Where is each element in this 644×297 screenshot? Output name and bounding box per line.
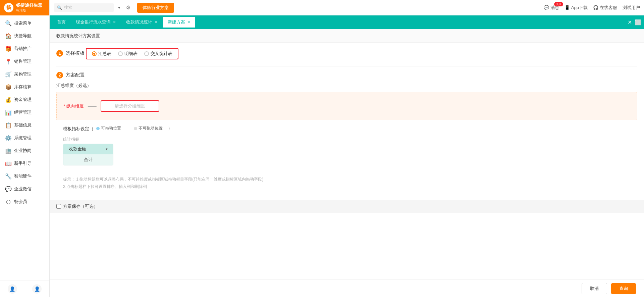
sidebar-nav: 🔍 搜索菜单 🏠 快捷导航 🎁 营销推广 📍 销售管理 🛒 采购管理 📦 库存核… (0, 15, 49, 281)
radio-dot-summary (92, 51, 97, 56)
user-name[interactable]: 测试用户 (623, 5, 640, 11)
sidebar-logo: 畅 畅捷通好生意 标准版 (0, 0, 49, 15)
sidebar-footer-avatar2[interactable]: 👤 (32, 284, 42, 294)
topbar-settings-icon[interactable]: ⚙ (124, 3, 132, 12)
topbar: 🔍 搜索 ▾ ⚙ 体验行业方案 💬 消息 99+ 📱 App下载 🎧 在线客服 … (50, 0, 644, 15)
cancel-button[interactable]: 取消 (582, 283, 607, 294)
sidebar-item-label: 销售管理 (14, 58, 32, 64)
sidebar-item-guide[interactable]: 📖 新手引导 (0, 157, 49, 170)
step1-label: 1 选择模板 (56, 50, 85, 57)
save-checkbox[interactable] (56, 204, 61, 209)
hardware-icon: 🔧 (5, 173, 11, 179)
topbar-dropdown[interactable]: ▾ (118, 5, 120, 10)
query-button[interactable]: 查询 (611, 283, 636, 294)
legend-fixed-label: 不可拖动位置 (139, 126, 163, 131)
sidebar-item-label: 畅会员 (14, 199, 27, 205)
topbar-search-icon: 🔍 (57, 5, 62, 10)
trial-button[interactable]: 体验行业方案 (137, 3, 174, 13)
topbar-search[interactable]: 🔍 搜索 (54, 3, 114, 12)
sidebar-item-label: 快捷导航 (14, 33, 32, 39)
stats-header[interactable]: 收款金额 ▾ (63, 144, 113, 154)
sidebar-item-basic[interactable]: 📋 基础信息 (0, 119, 49, 132)
step1-title: 选择模板 (66, 50, 85, 56)
stats-table-wrapper: 统计指标 收款金额 ▾ 合计 (63, 137, 631, 166)
page-title: 收款情况统计方案设置 (56, 33, 100, 38)
sidebar-item-marketing[interactable]: 🎁 营销推广 (0, 42, 49, 55)
sidebar-footer-avatar1[interactable]: 👤 (8, 284, 17, 294)
maximize-button[interactable]: ⬜ (635, 19, 641, 26)
page-header: 收款情况统计方案设置 (50, 29, 644, 43)
gift-icon: 🎁 (5, 46, 11, 52)
legend-draggable-label: 可拖动位置 (101, 126, 121, 131)
dimension-select-button[interactable]: 请选择分组维度 (101, 100, 159, 112)
sidebar-item-label: 智能硬件 (14, 173, 32, 179)
step1-section: 1 选择模板 汇总表 明细表 交叉统计表 (50, 43, 644, 66)
sidebar-item-label: 经营管理 (14, 109, 32, 115)
service-label: 在线客服 (600, 5, 617, 11)
tips-area: 提示： 1.拖动标题栏可以调整布局，不可跨维度或指标区域拖动栏目字段(只能在同一… (56, 172, 637, 194)
sidebar-footer: 👤 👤 (0, 281, 49, 297)
message-badge: 99+ (554, 2, 563, 6)
tab-new-plan[interactable]: 新建方案 ✕ (163, 17, 195, 28)
sidebar-item-sales[interactable]: 📍 销售管理 (0, 55, 49, 68)
sidebar-item-label: 资金管理 (14, 97, 32, 103)
sales-icon: 📍 (5, 58, 11, 64)
legend-dot-blue (96, 127, 100, 130)
step2-label: 2 方案配置 (56, 72, 85, 79)
step2-section: 2 方案配置 汇总维度（必选） * 纵向维度 —— 请选择分组维度 模板指标设定… (50, 66, 644, 200)
finance-icon: 💰 (5, 97, 11, 103)
sidebar-item-label: 新手引导 (14, 160, 32, 166)
message-button[interactable]: 💬 消息 99+ (544, 5, 559, 11)
indicator-suffix: ） (168, 126, 172, 131)
dimension-row: * 纵向维度 —— 请选择分组维度 (63, 100, 630, 112)
sidebar-item-quicknav[interactable]: 🏠 快捷导航 (0, 30, 49, 42)
tab-cashflow[interactable]: 现金银行流水查询 ✕ (71, 17, 121, 28)
logo-text: 畅捷通好生意 (16, 3, 42, 8)
page-footer: 方案保存（可选） (50, 200, 644, 213)
close-all-button[interactable]: ✕ (628, 19, 632, 26)
message-icon: 💬 (544, 5, 549, 10)
basic-icon: 📋 (5, 122, 11, 128)
sidebar-item-wechat[interactable]: 💬 企业微信 (0, 183, 49, 195)
download-icon: 📱 (565, 5, 570, 10)
tip-1: 提示： 1.拖动标题栏可以调整布局，不可跨维度或指标区域拖动栏目字段(只能在同一… (63, 176, 631, 183)
tab-cashflow-close-icon[interactable]: ✕ (113, 20, 116, 24)
inventory-icon: 📦 (5, 84, 11, 90)
user-name-text: 测试用户 (623, 5, 640, 11)
tab-new-plan-close-icon[interactable]: ✕ (187, 20, 191, 24)
sidebar-item-label: 系统管理 (14, 135, 32, 141)
sidebar-item-purchase[interactable]: 🛒 采购管理 (0, 68, 49, 81)
save-checkbox-label[interactable]: 方案保存（可选） (56, 203, 98, 209)
service-button[interactable]: 🎧 在线客服 (593, 5, 617, 11)
purchase-icon: 🛒 (5, 71, 11, 77)
indicator-title-text: 模板指标设定（ (63, 126, 94, 131)
main: 🔍 搜索 ▾ ⚙ 体验行业方案 💬 消息 99+ 📱 App下载 🎧 在线客服 … (50, 0, 644, 297)
sidebar-item-finance[interactable]: 💰 资金管理 (0, 93, 49, 106)
tab-new-plan-label: 新建方案 (168, 19, 185, 25)
dimension-title: 汇总维度（必选） (56, 83, 637, 89)
content-area: 收款情况统计方案设置 1 选择模板 汇总表 明细表 (50, 29, 644, 297)
dropdown-chevron-icon: ▾ (118, 5, 120, 10)
step2-num: 2 (56, 72, 63, 79)
sidebar-item-operation[interactable]: 📊 经营管理 (0, 106, 49, 119)
logo-icon: 畅 (4, 3, 13, 12)
tab-cashflow-label: 现金银行流水查询 (76, 19, 111, 25)
radio-cross[interactable]: 交叉统计表 (144, 51, 172, 57)
tab-home[interactable]: 首页 (52, 17, 70, 28)
indicator-title: 模板指标设定（ 可拖动位置 不可拖动位置 ） (63, 126, 631, 134)
radio-summary[interactable]: 汇总表 (92, 51, 111, 57)
sidebar-item-corp[interactable]: 🏢 企业协同 (0, 144, 49, 157)
sidebar-item-search[interactable]: 🔍 搜索菜单 (0, 17, 49, 30)
sidebar-item-system[interactable]: ⚙️ 系统管理 (0, 132, 49, 144)
download-button[interactable]: 📱 App下载 (565, 5, 588, 11)
sidebar-item-member[interactable]: ⬡ 畅会员 (0, 195, 49, 208)
logo-sub: 标准版 (16, 8, 42, 13)
tab-collection[interactable]: 收款情况统计 ✕ (121, 17, 162, 28)
sidebar-item-inventory[interactable]: 📦 库存核算 (0, 81, 49, 93)
draggable-legend: 可拖动位置 不可拖动位置 ） (96, 126, 172, 131)
radio-detail[interactable]: 明细表 (118, 51, 138, 57)
action-footer: 取消 查询 (50, 280, 644, 297)
sidebar-item-hardware[interactable]: 🔧 智能硬件 (0, 170, 49, 183)
indicator-section: 模板指标设定（ 可拖动位置 不可拖动位置 ） (56, 126, 637, 172)
tab-collection-close-icon[interactable]: ✕ (154, 20, 158, 24)
